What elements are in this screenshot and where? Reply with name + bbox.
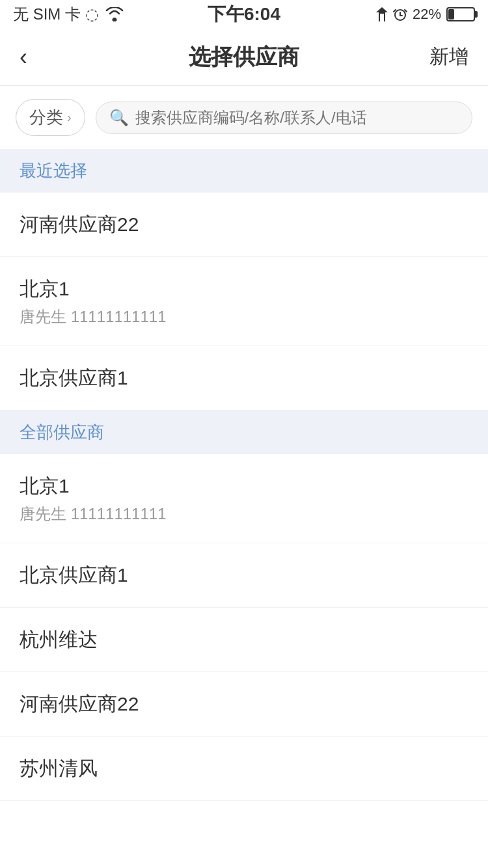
recent-items-list: 河南供应商22北京1唐先生 11111111111北京供应商1 — [0, 193, 488, 411]
status-right: 22% — [376, 6, 475, 23]
item-sub: 唐先生 11111111111 — [20, 306, 468, 327]
all-list-item[interactable]: 北京1唐先生 11111111111 — [0, 454, 488, 543]
status-left: 无 SIM 卡 ◌ — [13, 4, 124, 25]
item-name: 北京供应商1 — [20, 562, 468, 589]
item-name: 北京1 — [20, 472, 468, 500]
item-name: 河南供应商22 — [20, 690, 468, 718]
recent-list-item[interactable]: 北京供应商1 — [0, 346, 488, 411]
page-title: 选择供应商 — [189, 42, 299, 72]
add-button[interactable]: 新增 — [429, 44, 468, 70]
all-list-item[interactable]: 河南供应商22 — [0, 672, 488, 737]
category-chevron-icon: › — [67, 110, 72, 125]
all-list-item[interactable]: 杭州维达 — [0, 608, 488, 672]
location-icon — [376, 7, 388, 21]
battery-icon — [446, 7, 475, 21]
search-box[interactable]: 🔍 — [96, 102, 472, 134]
item-name: 杭州维达 — [20, 626, 468, 653]
recent-list-item[interactable]: 河南供应商22 — [0, 193, 488, 257]
item-name: 北京1 — [20, 275, 468, 303]
status-bar: 无 SIM 卡 ◌ 下午6:04 22% — [0, 0, 488, 29]
item-name: 苏州清风 — [20, 755, 468, 782]
wifi-icon — [105, 7, 124, 21]
filter-bar: 分类 › 🔍 — [0, 86, 488, 149]
search-icon: 🔍 — [109, 109, 129, 127]
category-label: 分类 — [29, 106, 63, 129]
item-name: 河南供应商22 — [20, 211, 468, 238]
alarm-icon — [393, 7, 407, 21]
nav-bar: ‹ 选择供应商 新增 — [0, 29, 488, 86]
category-filter-button[interactable]: 分类 › — [16, 99, 85, 136]
all-list-item[interactable]: 北京供应商1 — [0, 543, 488, 608]
battery-percent: 22% — [413, 6, 441, 23]
all-section-header: 全部供应商 — [0, 411, 488, 454]
item-sub: 唐先生 11111111111 — [20, 504, 468, 524]
item-name: 北京供应商1 — [20, 364, 468, 392]
status-time: 下午6:04 — [208, 2, 280, 27]
recent-list-item[interactable]: 北京1唐先生 11111111111 — [0, 257, 488, 346]
all-items-list: 北京1唐先生 11111111111北京供应商1杭州维达河南供应商22苏州清风 — [0, 454, 488, 801]
recent-section-header: 最近选择 — [0, 149, 488, 193]
search-input[interactable] — [135, 109, 459, 127]
all-list-item[interactable]: 苏州清风 — [0, 737, 488, 801]
no-sim-text: 无 SIM 卡 ◌ — [13, 4, 99, 25]
back-button[interactable]: ‹ — [20, 44, 59, 71]
